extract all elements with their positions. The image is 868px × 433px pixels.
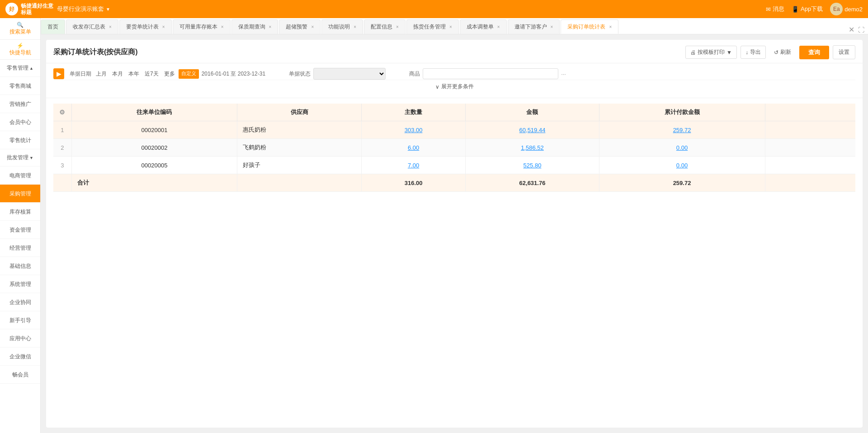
cell-amount[interactable]: 525.80 — [466, 157, 599, 174]
cell-qty[interactable]: 7.00 — [361, 157, 466, 174]
message-button[interactable]: ✉ 消息 — [766, 5, 784, 13]
page-actions: 🖨 按模板打印 ▼ ↓ 导出 ↺ 刷新 查询 设置 — [685, 45, 855, 59]
sidebar-item-member2[interactable]: 畅会员 — [0, 366, 40, 384]
expand-more-conditions[interactable]: ∨ 展开更多条件 — [435, 83, 474, 90]
table-row: 2 00020002 飞鹤奶粉 6.00 1,586.52 0.00 — [53, 139, 855, 157]
cell-paid[interactable]: 0.00 — [599, 139, 765, 157]
tab-inventory[interactable]: 可用量库存账本 × — [173, 19, 231, 34]
sidebar-item-guide[interactable]: 新手引导 — [0, 311, 40, 329]
export-button[interactable]: ↓ 导出 — [741, 46, 766, 59]
logo-text: 畅捷通好生意 标题 — [21, 3, 53, 16]
workspace-selector[interactable]: 母婴行业演示账套 ▼ — [57, 5, 110, 13]
user-profile[interactable]: Ea demo2 — [830, 3, 863, 15]
sidebar-item-purchase[interactable]: 采购管理 — [0, 185, 40, 203]
tab-funcnotes[interactable]: 功能说明 × — [321, 19, 363, 34]
tab-close-inventory[interactable]: × — [221, 24, 224, 29]
tab-summary[interactable]: 收发存汇总表 × — [66, 19, 118, 34]
tab-invite[interactable]: 邀请下游客户 × — [508, 19, 560, 34]
tab-close-overstock[interactable]: × — [311, 24, 314, 29]
cell-amount[interactable]: 60,519.44 — [466, 121, 599, 139]
tab-expiry[interactable]: 保质期查询 × — [231, 19, 278, 34]
cell-paid[interactable]: 259.72 — [599, 121, 765, 139]
tab-close-picktask[interactable]: × — [449, 24, 452, 29]
sidebar-item-wholesale[interactable]: 批发管理 — [0, 149, 40, 167]
tab-config[interactable]: 配置信息 × — [364, 19, 406, 34]
page-header: 采购订单统计表(按供应商) 🖨 按模板打印 ▼ ↓ 导出 ↺ — [46, 40, 863, 63]
expand-icon: ∨ — [435, 84, 439, 90]
tab-picktask[interactable]: 拣货任务管理 × — [406, 19, 459, 34]
col-supplier: 供应商 — [237, 104, 361, 121]
settings-button[interactable]: 设置 — [833, 45, 855, 59]
tab-close-config[interactable]: × — [396, 24, 399, 29]
table-header-row: ⚙ 往来单位编码 供应商 主数量 金额 累计付款金额 — [53, 104, 855, 121]
status-filter-select[interactable] — [313, 68, 386, 80]
tab-close-summary[interactable]: × — [109, 24, 112, 29]
date-shortcut-7days[interactable]: 近7天 — [143, 69, 160, 79]
tabs-close-all-button[interactable]: ✕ — [849, 25, 854, 34]
sidebar-item-baseinfo[interactable]: 基础信息 — [0, 257, 40, 275]
sidebar-item-ecommerce[interactable]: 电商管理 — [0, 167, 40, 185]
tab-overstock[interactable]: 超储预警 × — [279, 19, 321, 34]
refresh-icon: ↺ — [774, 49, 778, 56]
tab-order-stat[interactable]: 要货单统计表 × — [119, 19, 172, 34]
tab-close-purchasestat[interactable]: × — [609, 24, 612, 29]
sidebar-item-wxwork[interactable]: 企业微信 — [0, 347, 40, 366]
tab-close-invite[interactable]: × — [551, 24, 553, 29]
sidebar-item-search[interactable]: 🔍 搜索菜单 — [0, 18, 40, 40]
sidebar-item-operation[interactable]: 经营管理 — [0, 239, 40, 257]
cell-amount[interactable]: 1,586.52 — [466, 139, 599, 157]
print-button[interactable]: 🖨 按模板打印 ▼ — [685, 46, 737, 59]
goods-input-more-icon[interactable]: ··· — [561, 71, 566, 77]
sidebar-item-collab[interactable]: 企业协同 — [0, 293, 40, 311]
date-shortcut-more[interactable]: 更多 — [162, 69, 177, 79]
top-bar-left: 好 畅捷通好生意 标题 母婴行业演示账套 ▼ — [5, 3, 110, 16]
cell-paid[interactable]: 0.00 — [599, 157, 765, 174]
sidebar-item-finance[interactable]: 资金管理 — [0, 221, 40, 239]
cell-qty[interactable]: 6.00 — [361, 139, 466, 157]
app-download-button[interactable]: 📱 App下载 — [792, 5, 823, 13]
sidebar-item-member[interactable]: 会员中心 — [0, 113, 40, 131]
settings-icon[interactable]: ⚙ — [59, 109, 65, 116]
filter-group-date: 单据日期 上月 本月 本年 近7天 更多 自定义 2016-01-01 至 20… — [70, 69, 265, 79]
cell-rownum: 1 — [53, 121, 71, 139]
date-shortcut-thisyear[interactable]: 本年 — [127, 69, 141, 79]
sidebar-item-inventory[interactable]: 库存核算 — [0, 203, 40, 221]
page-content: 采购订单统计表(按供应商) 🖨 按模板打印 ▼ ↓ 导出 ↺ — [41, 34, 868, 433]
table-row: 3 00020005 好孩子 7.00 525.80 0.00 — [53, 157, 855, 174]
tab-close-expiry[interactable]: × — [269, 24, 272, 29]
date-custom-badge[interactable]: 自定义 — [179, 69, 199, 79]
date-shortcut-thismonth[interactable]: 本月 — [110, 69, 125, 79]
goods-filter-input[interactable] — [423, 68, 558, 79]
logo-symbol: 好 — [9, 5, 14, 13]
filter-toggle-button[interactable]: ▶ — [53, 68, 64, 79]
tab-home[interactable]: 首页 — [41, 19, 65, 34]
cell-code: 00020001 — [71, 121, 237, 139]
col-qty: 主数量 — [361, 104, 466, 121]
tab-costadj[interactable]: 成本调整单 × — [460, 19, 507, 34]
summary-amount: 62,631.76 — [466, 174, 599, 192]
table-row: 1 00020001 惠氏奶粉 303.00 60,519.44 259.72 — [53, 121, 855, 139]
phone-icon: 📱 — [792, 6, 799, 13]
sidebar-item-marketing[interactable]: 营销推广 — [0, 95, 40, 113]
tabs-expand-button[interactable]: ⛶ — [858, 26, 864, 33]
cell-extra — [765, 157, 855, 174]
cell-qty[interactable]: 303.00 — [361, 121, 466, 139]
sidebar-item-appcenter[interactable]: 应用中心 — [0, 329, 40, 347]
tab-purchasestat[interactable]: 采购订单统计表 × — [561, 19, 618, 34]
sidebar-item-retailshop[interactable]: 零售商城 — [0, 77, 40, 95]
sidebar-item-quicknav[interactable]: ⚡ 快捷导航 — [0, 40, 40, 60]
query-button[interactable]: 查询 — [799, 46, 829, 59]
date-range-display: 2016-01-01 至 2023-12-31 — [202, 70, 265, 78]
tab-close-funcnotes[interactable]: × — [354, 24, 356, 29]
print-icon: 🖨 — [690, 49, 696, 56]
refresh-button[interactable]: ↺ 刷新 — [769, 46, 796, 58]
sidebar-item-sysadmin[interactable]: 系统管理 — [0, 275, 40, 293]
date-shortcut-lastmonth[interactable]: 上月 — [94, 69, 108, 79]
cell-extra — [765, 121, 855, 139]
inner-page: 采购订单统计表(按供应商) 🖨 按模板打印 ▼ ↓ 导出 ↺ — [46, 40, 863, 428]
sidebar-item-retailstat[interactable]: 零售统计 — [0, 131, 40, 149]
tab-close-costadj[interactable]: × — [497, 24, 500, 29]
sidebar-item-retail[interactable]: 零售管理 — [0, 60, 40, 77]
tab-close-order-stat[interactable]: × — [162, 24, 165, 29]
summary-empty-setting — [53, 174, 71, 192]
